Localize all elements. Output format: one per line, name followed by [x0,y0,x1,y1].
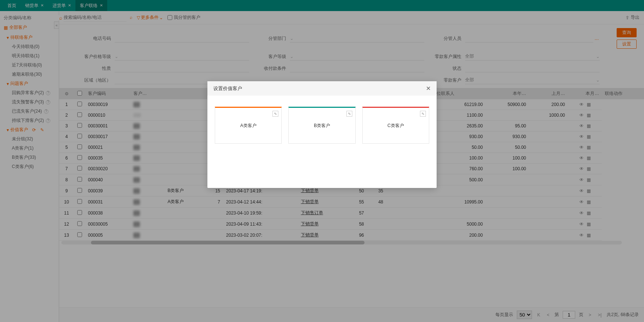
edit-icon[interactable]: ✎ [346,111,352,117]
card-a-customer[interactable]: ✎ A类客户 [215,107,282,144]
modal-title: 设置价值客户 [213,85,242,92]
edit-icon[interactable]: ✎ [272,111,278,117]
card-c-customer[interactable]: ✎ C类客户 [362,107,429,144]
edit-icon[interactable]: ✎ [420,111,426,117]
card-b-customer[interactable]: ✎ B类客户 [288,107,355,144]
value-customer-modal: 设置价值客户 ✕ ✎ A类客户 ✎ B类客户 ✎ C类客户 [207,81,437,188]
modal-overlay[interactable]: 设置价值客户 ✕ ✎ A类客户 ✎ B类客户 ✎ C类客户 [0,0,644,322]
close-icon[interactable]: ✕ [426,85,431,92]
